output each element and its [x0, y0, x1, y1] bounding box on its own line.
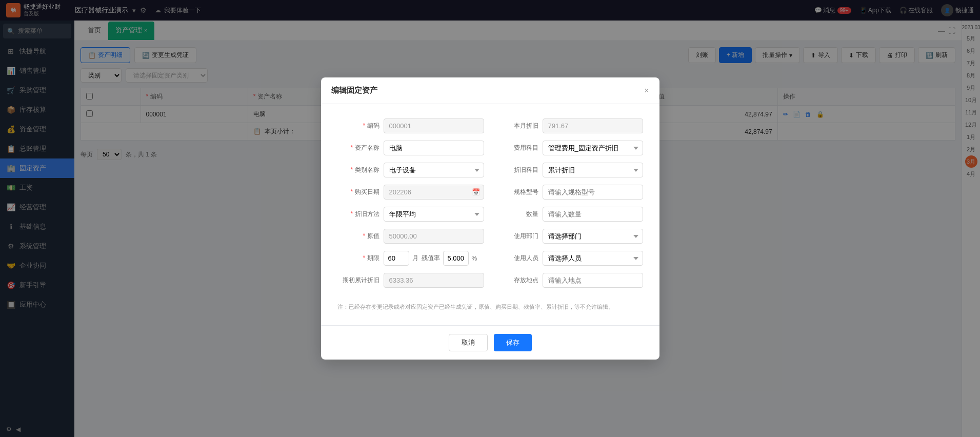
location-input[interactable] [543, 273, 643, 288]
cancel-button[interactable]: 取消 [449, 334, 488, 351]
residual-rate-unit: % [472, 255, 477, 262]
form-row-depreciation-subject: 折旧科目 累计折旧 [496, 163, 643, 177]
user-label: 使用人员 [496, 254, 543, 263]
asset-name-input[interactable] [384, 141, 484, 155]
period-unit: 月 [412, 254, 418, 263]
depreciation-method-label: * 折旧方法 [337, 210, 384, 218]
original-value-label: * 原值 [337, 232, 384, 241]
original-value-input[interactable] [384, 229, 484, 244]
calendar-icon[interactable]: 📅 [472, 188, 480, 196]
form-row-quantity: 数量 [496, 207, 643, 222]
form-grid: * 编码 * 资产名称 [331, 114, 649, 315]
code-label: * 编码 [337, 122, 384, 130]
form-row-category: * 类别名称 电子设备 [337, 163, 484, 177]
modal-overlay: 编辑固定资产 × * 编码 [0, 0, 980, 437]
form-row-period: * 期限 月 残值率 % [337, 251, 484, 266]
initial-accumulated-label: 期初累计折旧 [337, 276, 384, 285]
quantity-input[interactable] [543, 207, 643, 222]
form-row-monthly-depreciation: 本月折旧 [496, 118, 643, 133]
expense-subject-label: 费用科目 [496, 144, 543, 152]
purchase-date-input[interactable] [384, 185, 484, 200]
residual-rate-input[interactable] [443, 251, 469, 266]
form-row-initial-accumulated: 期初累计折旧 [337, 273, 484, 288]
user-select[interactable]: 请选择人员 [543, 251, 643, 266]
form-right-col: 本月折旧 费用科目 管理费用_固定资产折旧 [490, 114, 649, 299]
monthly-depreciation-input[interactable] [543, 118, 643, 133]
depreciation-subject-label: 折旧科目 [496, 166, 543, 174]
form-row-purchase-date: * 购买日期 📅 [337, 185, 484, 200]
category-select[interactable]: 电子设备 [384, 163, 484, 177]
form-row-department: 使用部门 请选择部门 [496, 229, 643, 244]
period-label: * 期限 [337, 254, 384, 263]
save-button[interactable]: 保存 [494, 334, 532, 351]
modal-body: * 编码 * 资产名称 [321, 104, 659, 325]
form-row-location: 存放地点 [496, 273, 643, 288]
initial-accumulated-input[interactable] [384, 273, 484, 288]
edit-asset-modal: 编辑固定资产 × * 编码 [321, 77, 659, 360]
form-row-original-value: * 原值 [337, 229, 484, 244]
model-label: 规格型号 [496, 188, 543, 196]
quantity-label: 数量 [496, 210, 543, 218]
form-left-col: * 编码 * 资产名称 [331, 114, 490, 299]
monthly-depreciation-label: 本月折旧 [496, 122, 543, 130]
modal-header: 编辑固定资产 × [321, 77, 659, 104]
form-row-expense-subject: 费用科目 管理费用_固定资产折旧 [496, 141, 643, 155]
model-input[interactable] [543, 185, 643, 200]
form-row-user: 使用人员 请选择人员 [496, 251, 643, 266]
modal-title: 编辑固定资产 [331, 86, 377, 95]
category-label: * 类别名称 [337, 166, 384, 174]
depreciation-method-select[interactable]: 年限平均 [384, 207, 484, 222]
code-input[interactable] [384, 118, 484, 133]
form-row-asset-name: * 资产名称 [337, 141, 484, 155]
purchase-date-label: * 购买日期 [337, 188, 384, 196]
form-row-depreciation-method: * 折旧方法 年限平均 [337, 207, 484, 222]
asset-name-label: * 资产名称 [337, 144, 384, 152]
department-select[interactable]: 请选择部门 [543, 229, 643, 244]
period-input[interactable] [384, 251, 409, 266]
form-row-model: 规格型号 [496, 185, 643, 200]
expense-subject-select[interactable]: 管理费用_固定资产折旧 [543, 141, 643, 155]
modal-footer: 取消 保存 [321, 325, 659, 360]
modal-close-btn[interactable]: × [644, 86, 649, 95]
form-row-code: * 编码 [337, 118, 484, 133]
period-group: 月 残值率 % [384, 251, 484, 266]
depreciation-subject-select[interactable]: 累计折旧 [543, 163, 643, 177]
department-label: 使用部门 [496, 232, 543, 241]
form-note: 注：已经存在变更记录或者对应固定资产已经生成凭证，原值、购买日期、残值率、累计折… [331, 299, 649, 315]
residual-rate-label: 残值率 [422, 254, 440, 263]
location-label: 存放地点 [496, 276, 543, 285]
